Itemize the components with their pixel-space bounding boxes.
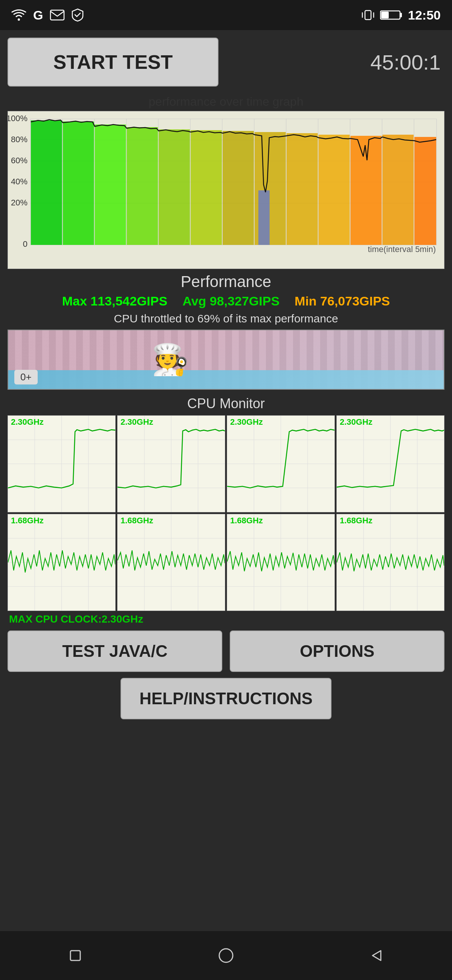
svg-rect-34 [191,130,222,245]
svg-point-107 [219,949,233,963]
cpu-core-5: 1.68GHz [8,514,116,611]
perf-avg: Avg 98,327GIPS [182,294,280,309]
cpu-core-5-freq: 1.68GHz [11,516,44,525]
nav-home-button[interactable] [217,946,235,965]
shield-icon [72,8,84,22]
svg-rect-30 [63,121,94,245]
wifi-icon [11,9,26,21]
graph-svg: 100% 80% 60% 40% 20% 0 time(interval 5mi… [8,111,444,254]
svg-rect-38 [319,135,350,245]
battery-icon [380,10,402,21]
main-content: START TEST 45:00:1 performance over time… [0,30,452,733]
cpu-grid: 2.30GHz 2.30GHz [8,415,444,611]
svg-text:80%: 80% [11,135,27,144]
cpu-max-clock: MAX CPU CLOCK:2.30GHz [8,613,444,625]
g-icon: G [33,8,43,22]
start-test-button[interactable]: START TEST [8,38,219,86]
performance-section: Performance Max 113,542GIPS Avg 98,327GI… [8,273,444,325]
cpu-core-2-freq: 2.30GHz [121,417,153,427]
cpu-core-7: 1.68GHz [227,514,335,611]
cpu-monitor-title: CPU Monitor [8,396,444,412]
gmail-icon [50,10,65,21]
cpu-core-6: 1.68GHz [117,514,225,611]
svg-rect-35 [223,131,254,245]
svg-rect-106 [70,951,80,961]
test-javac-button[interactable]: TEST JAVA/C [8,630,222,672]
ad-age-badge: 0+ [14,370,38,385]
svg-rect-7 [381,12,389,18]
cpu-core-7-freq: 1.68GHz [230,516,263,525]
cpu-core-2: 2.30GHz [117,415,225,512]
options-button[interactable]: OPTIONS [230,630,444,672]
svg-rect-41 [414,137,436,245]
cpu-core-6-freq: 1.68GHz [121,516,153,525]
performance-graph: 100% 80% 60% 40% 20% 0 time(interval 5mi… [8,111,444,269]
graph-title: performance over time graph [8,92,444,111]
svg-text:40%: 40% [11,177,27,186]
status-icons-left: G [11,8,84,22]
top-row: START TEST 45:00:1 [8,38,444,86]
ad-banner[interactable]: 🧑‍🍳 0+ [8,329,444,390]
perf-min: Min 76,073GIPS [295,294,390,309]
svg-rect-33 [158,129,190,245]
performance-title: Performance [8,273,444,291]
svg-rect-2 [365,11,371,19]
cpu-core-8-freq: 1.68GHz [340,516,372,525]
svg-rect-42 [259,190,270,245]
bottom-buttons-row2: HELP/INSTRUCTIONS [8,678,444,719]
help-instructions-button[interactable]: HELP/INSTRUCTIONS [121,678,331,719]
vibrate-icon [361,8,375,22]
svg-rect-32 [126,127,158,245]
status-bar: G 12:50 [0,0,452,30]
perf-max: Max 113,542GIPS [62,294,168,309]
cpu-core-8: 1.68GHz [336,514,444,611]
svg-text:time(interval 5min): time(interval 5min) [368,245,436,254]
cpu-core-4: 2.30GHz [336,415,444,512]
svg-text:60%: 60% [11,156,27,165]
bottom-buttons-row1: TEST JAVA/C OPTIONS [8,630,444,672]
svg-rect-6 [400,13,402,17]
cpu-core-1: 2.30GHz [8,415,116,512]
cpu-core-1-freq: 2.30GHz [11,417,44,427]
svg-rect-31 [95,124,126,245]
svg-marker-108 [372,951,381,961]
svg-text:100%: 100% [8,114,27,123]
svg-point-0 [18,18,20,21]
svg-text:0: 0 [23,239,27,249]
cpu-core-4-freq: 2.30GHz [340,417,372,427]
svg-text:20%: 20% [11,198,27,207]
cpu-core-3-freq: 2.30GHz [230,417,263,427]
svg-rect-29 [31,120,62,245]
status-right: 12:50 [361,8,441,22]
nav-recent-button[interactable] [66,946,85,965]
timer-display: 45:00:1 [219,50,444,75]
nav-back-button[interactable] [367,946,386,965]
cpu-core-3: 2.30GHz [227,415,335,512]
cpu-throttle-text: CPU throttled to 69% of its max performa… [8,312,444,325]
svg-rect-37 [287,133,318,245]
performance-stats: Max 113,542GIPS Avg 98,327GIPS Min 76,07… [8,294,444,309]
time-display: 12:50 [408,8,441,22]
svg-rect-1 [51,10,64,20]
nav-bar [0,931,452,980]
svg-rect-40 [382,135,414,245]
